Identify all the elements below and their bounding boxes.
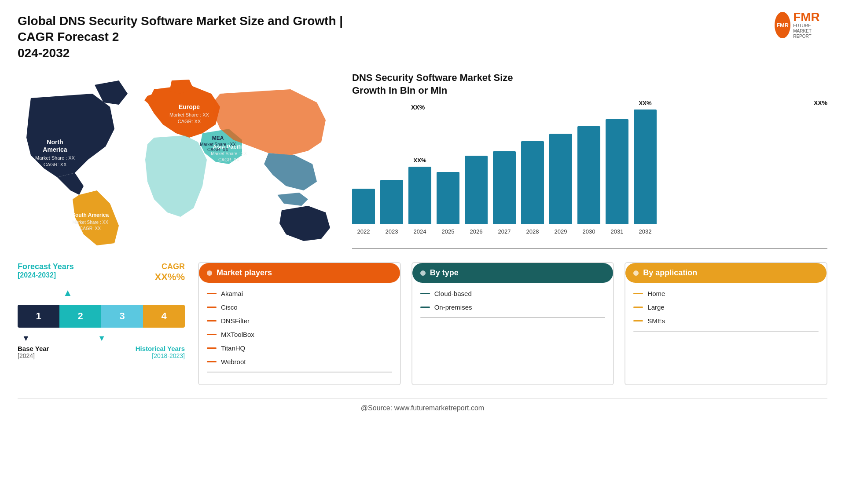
bar-col-2022: 2022	[352, 189, 375, 235]
list-item: Large	[633, 303, 819, 311]
item-label: Home	[647, 290, 665, 297]
by-application-col: By application HomeLargeSMEs	[625, 262, 827, 385]
arrow-down-2: ▼	[98, 334, 185, 343]
bar-2026	[465, 156, 488, 224]
svg-text:Market Share : XX: Market Share : XX	[169, 112, 209, 117]
top-section: North America Market Share : XX CAGR: XX…	[18, 72, 827, 249]
world-map: North America Market Share : XX CAGR: XX…	[18, 72, 334, 248]
bar-col-2023: 2023	[380, 180, 403, 235]
market-players-col: Market players AkamaiCiscoDNSFilterMXToo…	[198, 262, 401, 385]
market-columns: Market players AkamaiCiscoDNSFilterMXToo…	[198, 262, 827, 385]
bar-year-2028: 2028	[526, 228, 539, 235]
bar-year-2024: 2024	[414, 228, 426, 235]
forecast-years: [2024-2032]	[18, 271, 74, 279]
list-item: MXToolBox	[207, 331, 392, 338]
item-dash	[207, 347, 217, 349]
market-players-header: Market players	[217, 268, 272, 278]
svg-text:North: North	[47, 139, 63, 146]
bar-2028	[521, 141, 544, 224]
bar-2024: XX%	[408, 167, 431, 224]
item-dash	[207, 361, 217, 362]
item-label: MXToolBox	[221, 331, 254, 338]
svg-text:MEA: MEA	[212, 135, 224, 141]
bar-year-2027: 2027	[498, 228, 511, 235]
source-bar: @Source: www.futuremarketreport.com	[18, 398, 827, 412]
bar-chart: 20222023XX%20242025202620272028202920302…	[352, 117, 827, 249]
bar-col-2028: 2028	[521, 141, 544, 235]
by-application-header: By application	[643, 268, 697, 278]
bar-2023	[380, 180, 403, 224]
bar-2027	[493, 151, 516, 224]
step-4: 4	[143, 305, 185, 328]
historical-value: [2018-2023]	[136, 352, 185, 359]
svg-text:CAGR: XX: CAGR: XX	[80, 226, 101, 231]
list-item: Home	[633, 290, 819, 297]
item-label: TitanHQ	[221, 344, 245, 352]
bar-2031	[606, 119, 628, 224]
cagr-value: XX%%	[155, 271, 185, 283]
base-year-label: Base Year	[18, 345, 49, 352]
item-label: On-premises	[434, 303, 472, 311]
svg-text:Market Share : XX: Market Share : XX	[72, 220, 108, 225]
bar-2030	[577, 126, 600, 224]
logo-icon: FMR	[775, 12, 790, 38]
bar-col-2032: XX%2032	[634, 110, 657, 235]
forecast-label: Forecast Years	[18, 262, 74, 271]
by-application-items: HomeLargeSMEs	[625, 283, 827, 332]
steps-bar: 1 2 3 4	[18, 305, 185, 328]
svg-text:America: America	[43, 146, 67, 153]
list-item: DNSFilter	[207, 317, 392, 325]
item-dash	[633, 320, 643, 321]
item-dash	[207, 334, 217, 335]
item-dash	[420, 307, 430, 308]
bar-col-2024: XX%2024	[408, 167, 431, 235]
forecast-block: Forecast Years [2024-2032] CAGR XX%% ▲ 1…	[18, 262, 185, 359]
last-label: XX%	[814, 99, 827, 106]
bar-col-2030: 2030	[577, 126, 600, 235]
svg-text:Europe: Europe	[179, 103, 200, 110]
bar-2022	[352, 189, 375, 224]
bar-year-2029: 2029	[555, 228, 567, 235]
bar-year-2022: 2022	[357, 228, 370, 235]
list-item: Cisco	[207, 303, 392, 311]
bar-year-2025: 2025	[442, 228, 455, 235]
bar-col-2029: 2029	[549, 134, 572, 235]
header-dot-orange2	[633, 270, 639, 276]
logo: FMR FMR FUTURE MARKET REPORT	[775, 10, 827, 40]
svg-text:FMR: FMR	[776, 22, 788, 29]
item-dash	[207, 320, 217, 321]
header-dot-orange	[207, 270, 212, 276]
item-dash	[207, 293, 217, 294]
bar-col-2026: 2026	[465, 156, 488, 235]
arrow-up-teal: ▲	[63, 287, 73, 299]
list-item: Akamai	[207, 290, 392, 297]
map-area: North America Market Share : XX CAGR: XX…	[18, 72, 334, 249]
step-1: 1	[18, 305, 59, 328]
by-type-header: By type	[430, 268, 459, 278]
list-item: SMEs	[633, 317, 819, 325]
chart-area: DNS Security Software Market Size Growth…	[352, 72, 827, 249]
bar-2025	[437, 172, 459, 224]
base-year-value: [2024]	[18, 352, 49, 359]
bar-year-2032: 2032	[639, 228, 652, 235]
item-label: Webroot	[221, 358, 246, 365]
bar-col-2027: 2027	[493, 151, 516, 235]
chart-title: DNS Security Software Market Size Growth…	[352, 72, 546, 97]
bar-col-2031: 2031	[606, 119, 628, 235]
list-item: TitanHQ	[207, 344, 392, 352]
header-dot-teal	[420, 270, 426, 276]
bar-year-2026: 2026	[470, 228, 483, 235]
item-dash	[420, 293, 430, 294]
svg-text:CAGR: XX: CAGR: XX	[178, 119, 201, 124]
page-title: Global DNS Security Software Market Size…	[18, 13, 361, 61]
item-label: Akamai	[221, 290, 243, 297]
by-type-items: Cloud-basedOn-premises	[412, 283, 614, 318]
list-item: Cloud-based	[420, 290, 606, 297]
historical-label: Historical Years	[136, 345, 185, 352]
bottom-section: Forecast Years [2024-2032] CAGR XX%% ▲ 1…	[18, 262, 827, 385]
item-dash	[633, 307, 643, 308]
svg-text:CAGR: XX: CAGR: XX	[207, 147, 228, 152]
step-2: 2	[59, 305, 101, 328]
source-text: @Source: www.futuremarketreport.com	[361, 404, 484, 412]
svg-text:Market Share : XX: Market Share : XX	[200, 142, 236, 147]
